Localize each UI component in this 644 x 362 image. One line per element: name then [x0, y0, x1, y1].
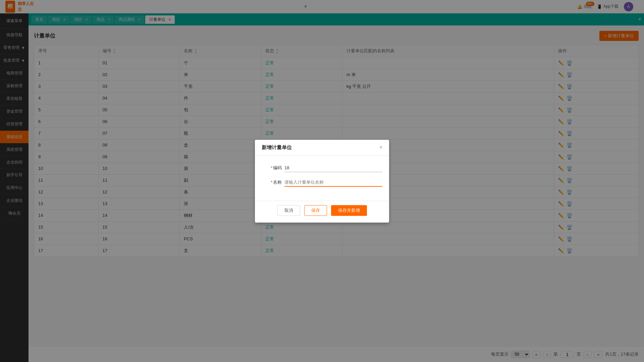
dialog-body: *编码 *名称	[255, 156, 389, 201]
dialog-close-button[interactable]: ×	[379, 144, 382, 150]
save-and-new-button[interactable]: 保存并新增	[331, 205, 367, 216]
modal-overlay: 新增计量单位 × *编码 *名称 取消 保存 保存并新增	[0, 0, 644, 362]
form-row-name: *名称	[262, 178, 382, 187]
dialog-header: 新增计量单位 ×	[255, 140, 389, 156]
dialog: 新增计量单位 × *编码 *名称 取消 保存 保存并新增	[255, 140, 389, 223]
cancel-button[interactable]: 取消	[277, 205, 300, 216]
dialog-title: 新增计量单位	[262, 144, 292, 151]
name-label: *名称	[262, 179, 282, 185]
form-row-code: *编码	[262, 164, 382, 172]
code-label: *编码	[262, 165, 282, 171]
save-button[interactable]: 保存	[304, 205, 327, 216]
name-input[interactable]	[284, 178, 382, 187]
code-input[interactable]	[284, 164, 382, 172]
dialog-footer: 取消 保存 保存并新增	[255, 201, 389, 223]
